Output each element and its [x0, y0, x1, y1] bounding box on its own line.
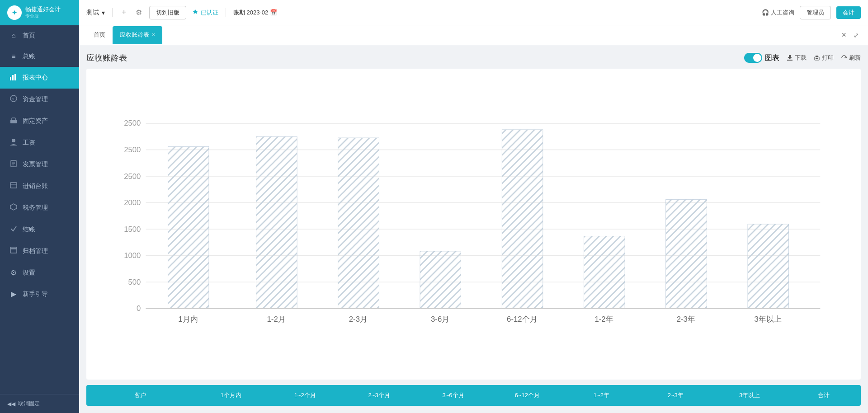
add-company-button[interactable]: +	[120, 6, 128, 19]
print-icon	[814, 55, 820, 61]
svg-rect-15	[10, 247, 17, 249]
toggle-track[interactable]	[744, 53, 762, 63]
company-name: 测试	[86, 9, 99, 17]
calendar-icon: 📅	[270, 9, 277, 16]
print-button[interactable]: 打印	[814, 54, 834, 62]
sidebar-item-label: 发票管理	[23, 160, 48, 169]
payroll-icon	[9, 138, 18, 147]
logo-icon: ✦	[7, 5, 22, 20]
svg-rect-12	[10, 183, 17, 188]
download-button[interactable]: 下载	[787, 54, 807, 62]
col-total: 合计	[787, 385, 861, 406]
tabs-bar-right: × ⤢	[840, 28, 861, 42]
svg-rect-2	[14, 74, 16, 80]
sidebar-item-label: 归档管理	[23, 247, 48, 255]
print-label: 打印	[822, 54, 834, 62]
sidebar-item-settings[interactable]: ⚙ 设置	[0, 262, 79, 283]
tab-ar-aging[interactable]: 应收账龄表 ×	[113, 26, 162, 44]
logo-badge: 专业版	[25, 13, 61, 19]
sidebar-item-label: 固定资产	[23, 117, 48, 125]
tab-window-close-button[interactable]: ×	[840, 28, 848, 42]
svg-text:2500: 2500	[124, 145, 141, 154]
col-customer: 客户	[86, 385, 194, 406]
sidebar-item-payroll[interactable]: 工资	[0, 132, 79, 154]
tab-home-label: 首页	[94, 31, 105, 39]
sidebar-nav: ⌂ 首页 ≡ 总账 报表中心 $ 资金管理 固定资产	[0, 25, 79, 394]
sidebar-item-label: 报表中心	[23, 74, 48, 82]
sidebar-item-label: 工资	[23, 139, 35, 147]
sidebar-item-guide[interactable]: ▶ 新手引导	[0, 283, 79, 305]
svg-text:2000: 2000	[124, 198, 141, 207]
svg-rect-16	[787, 60, 793, 61]
logo-name: 畅捷通好会计	[25, 6, 61, 14]
svg-text:6-12个月: 6-12个月	[507, 315, 537, 324]
invoice-icon	[9, 160, 18, 169]
tab-home[interactable]: 首页	[86, 26, 113, 44]
svg-text:2500: 2500	[124, 172, 141, 181]
sidebar-item-label: 税务管理	[23, 204, 48, 212]
svg-rect-6	[12, 118, 15, 120]
ledger-icon: ≡	[9, 52, 18, 61]
page-actions: 图表 下载 打印 刷新	[744, 53, 861, 63]
tax-icon	[9, 203, 18, 212]
sidebar-item-general-ledger[interactable]: ≡ 总账	[0, 46, 79, 67]
toggle-thumb	[753, 54, 761, 62]
tab-close-icon[interactable]: ×	[152, 32, 155, 38]
svg-text:$: $	[12, 97, 14, 101]
chart-toggle[interactable]: 图表	[744, 53, 779, 63]
tab-expand-button[interactable]: ⤢	[852, 30, 861, 41]
col-3-6month: 3~6个月	[416, 385, 491, 406]
dropdown-icon: ▾	[102, 9, 105, 16]
sidebar-unpin-button[interactable]: ◀◀ 取消固定	[0, 394, 79, 413]
sidebar-item-archive[interactable]: 归档管理	[0, 240, 79, 262]
svg-text:0: 0	[137, 304, 141, 313]
svg-rect-18	[816, 58, 818, 59]
switch-version-button[interactable]: 切到旧版	[149, 6, 186, 19]
assets-icon	[9, 117, 18, 126]
period-selector[interactable]: 账期 2023-02 📅	[233, 9, 278, 17]
svg-rect-40	[502, 130, 543, 309]
table-header-container: 客户 1个月内 1~2个月 2~3个月 3~6个月 6~12个月 1~2年 2~…	[86, 385, 861, 406]
role-button[interactable]: 会计	[836, 6, 861, 19]
certified-label: 已认证	[201, 9, 218, 17]
period-value: 2023-02	[247, 9, 269, 16]
sidebar-item-settlement[interactable]: 结账	[0, 219, 79, 240]
sidebar-item-fund[interactable]: $ 资金管理	[0, 89, 79, 110]
sidebar-item-home[interactable]: ⌂ 首页	[0, 25, 79, 46]
svg-text:3年以上: 3年以上	[754, 315, 781, 324]
certified-badge: 已认证	[192, 9, 218, 17]
svg-rect-36	[168, 147, 209, 309]
svg-text:2-3月: 2-3月	[349, 315, 368, 324]
service-button[interactable]: 🎧 人工咨询	[762, 9, 794, 17]
svg-rect-37	[256, 136, 297, 309]
svg-text:2500: 2500	[124, 119, 141, 128]
bar-chart: 2500 2500 2500 2000 1500 1000 500 0	[95, 78, 852, 371]
sidebar: ✦ 畅捷通好会计 专业版 ⌂ 首页 ≡ 总账 报表中心 $ 资金管理	[0, 0, 79, 413]
sidebar-item-purchase-sales[interactable]: 进销台账	[0, 175, 79, 197]
col-2-3year: 2~3年	[638, 385, 712, 406]
sidebar-item-label: 设置	[23, 269, 35, 277]
col-1-2month: 1~2个月	[268, 385, 342, 406]
col-1-2year: 1~2年	[564, 385, 638, 406]
refresh-button[interactable]: 刷新	[841, 54, 861, 62]
sidebar-item-label: 进销台账	[23, 182, 48, 190]
settlement-icon	[9, 225, 18, 234]
sidebar-item-tax[interactable]: 税务管理	[0, 197, 79, 219]
sidebar-item-label: 新手引导	[23, 290, 48, 298]
svg-point-7	[12, 139, 15, 142]
page-content: 应收账龄表 图表 下载 打印 刷新	[79, 45, 868, 413]
sidebar-item-report-center[interactable]: 报表中心	[0, 67, 79, 89]
table-header-row: 客户 1个月内 1~2个月 2~3个月 3~6个月 6~12个月 1~2年 2~…	[86, 385, 861, 406]
unpin-label: 取消固定	[18, 400, 40, 408]
topbar-divider-1	[112, 8, 113, 17]
user-button[interactable]: 管理员	[800, 6, 831, 19]
main-area: 测试 ▾ + ⚙ 切到旧版 已认证 账期 2023-02 📅 🎧 人工咨询 管理…	[79, 0, 868, 413]
chart-area: 2500 2500 2500 2000 1500 1000 500 0	[86, 69, 861, 380]
service-label: 人工咨询	[771, 9, 794, 17]
topbar-settings-button[interactable]: ⚙	[134, 6, 144, 19]
sidebar-item-fixed-assets[interactable]: 固定资产	[0, 110, 79, 132]
page-header: 应收账龄表 图表 下载 打印 刷新	[86, 52, 861, 63]
refresh-icon	[841, 55, 847, 61]
sidebar-item-invoice[interactable]: 发票管理	[0, 154, 79, 175]
company-selector[interactable]: 测试 ▾	[86, 9, 105, 17]
